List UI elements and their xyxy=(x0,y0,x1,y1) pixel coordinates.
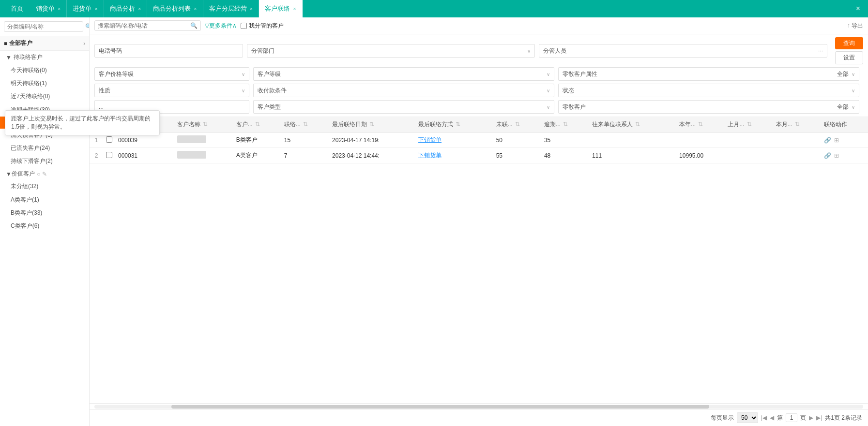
sort-name-icon[interactable]: ⇅ xyxy=(203,121,208,128)
sort-cust-type-icon[interactable]: ⇅ xyxy=(255,121,260,128)
filter-payment[interactable]: 收付款条件 ∨ xyxy=(253,84,554,97)
cust-type-arrow: ∨ xyxy=(547,104,550,110)
col-contact-count: 联络... ⇅ xyxy=(281,117,329,132)
row-1-last-month xyxy=(725,132,773,148)
sort-contact-count-icon[interactable]: ⇅ xyxy=(303,121,308,128)
close-customer-contact-tab[interactable]: × xyxy=(293,6,296,12)
sidebar-item-ungrouped[interactable]: 未分组(32) xyxy=(0,180,89,193)
next-page-button[interactable]: ▶ xyxy=(809,414,813,421)
chevron-up-icon: ∧ xyxy=(232,22,237,29)
my-customers-checkbox[interactable]: 我分管的客户 xyxy=(241,22,284,30)
row-2-contact-count: 7 xyxy=(281,148,329,163)
first-page-button[interactable]: |◀ xyxy=(761,414,767,421)
sort-method-icon[interactable]: ⇅ xyxy=(456,121,460,128)
scrollbar-thumb xyxy=(171,405,710,409)
row-1-select[interactable] xyxy=(106,136,112,143)
sort-this-month-icon[interactable]: ⇅ xyxy=(795,121,800,128)
my-customers-check[interactable] xyxy=(241,23,247,29)
sidebar-item-churned[interactable]: 已流失客户(24) xyxy=(0,142,89,155)
last-page-button[interactable]: ▶| xyxy=(816,414,822,421)
sort-date-icon[interactable]: ⇅ xyxy=(369,121,374,128)
sort-contact-person-icon[interactable]: ⇅ xyxy=(635,121,640,128)
value-settings-icon[interactable]: ✎ xyxy=(42,171,47,177)
sidebar-value-group[interactable]: ▼ 价值客户 ○ ✎ xyxy=(0,168,89,180)
sort-overdue-icon[interactable]: ⇅ xyxy=(563,121,568,128)
per-page-select[interactable]: 50 xyxy=(737,412,758,423)
sidebar: 🔍 ■ 全部客户 › ▼ 待联络客户 今天待联络(0) 明天待联络(1) 近7天… xyxy=(0,17,90,426)
sidebar-item-declining[interactable]: 持续下滑客户(2) xyxy=(0,155,89,168)
close-analysis-tab[interactable]: × xyxy=(138,6,141,12)
col-last-month: 上月... ⇅ xyxy=(725,117,773,132)
total-label: 共1页 2条记录 xyxy=(825,414,862,422)
retail-cust-arrow: ∨ xyxy=(852,104,855,110)
row-1-last-method[interactable]: 下销货单 xyxy=(415,132,493,148)
export-button[interactable]: ↑ 导出 xyxy=(847,22,863,30)
price-grade-arrow: ∨ xyxy=(242,72,245,77)
row-2-code: 000031 xyxy=(115,148,174,163)
pending-arrow: ▼ xyxy=(6,54,12,61)
row-2-name-blur xyxy=(177,151,206,159)
row-2-last-method[interactable]: 下销货单 xyxy=(415,148,493,163)
more-filter-button[interactable]: ▽ 更多条件 ∧ xyxy=(205,22,237,30)
nav-tab-purchase[interactable]: 进货单 × xyxy=(67,0,104,17)
sort-last-month-icon[interactable]: ⇅ xyxy=(747,121,752,128)
sidebar-search-icon[interactable]: 🔍 xyxy=(85,23,90,30)
filter-phone[interactable]: 电话号码 xyxy=(94,44,243,58)
sort-not-contacted-icon[interactable]: ⇅ xyxy=(515,121,520,128)
current-page[interactable]: 1 xyxy=(786,413,797,422)
filter-customer-grade[interactable]: 客户等级 ∨ xyxy=(253,67,554,81)
row-2-checkbox[interactable] xyxy=(103,148,115,163)
sidebar-item-c-class[interactable]: C类客户(6) xyxy=(0,220,89,233)
nav-tab-customer-contact[interactable]: 客户联络 × xyxy=(259,0,302,17)
row-2-select[interactable] xyxy=(106,152,112,158)
sidebar-search-input[interactable] xyxy=(4,21,83,32)
filter-department[interactable]: 分管部门 ∨ xyxy=(247,44,535,58)
search-box-icon[interactable]: 🔍 xyxy=(190,22,198,29)
collapse-icon: ■ xyxy=(4,40,7,47)
value-edit-icon[interactable]: ○ xyxy=(37,171,40,177)
sidebar-item-a-class[interactable]: A类客户(1) xyxy=(0,193,89,206)
sidebar-item-today[interactable]: 今天待联络(0) xyxy=(0,64,89,77)
sidebar-item-b-class[interactable]: B类客户(33) xyxy=(0,206,89,220)
sort-this-year-icon[interactable]: ⇅ xyxy=(698,121,703,128)
col-contact-person: 往来单位联系人 ⇅ xyxy=(589,117,676,132)
customer-search-input[interactable] xyxy=(98,22,190,29)
close-sales-tab[interactable]: × xyxy=(58,6,61,12)
table-area[interactable]: ⚙ 客户编码 ⇅ 客户名称 ⇅ xyxy=(90,117,868,403)
nav-tab-analysis[interactable]: 商品分析 × xyxy=(104,0,147,17)
row-1-grid-icon[interactable]: ⊞ xyxy=(834,137,839,144)
sidebar-group-pending[interactable]: ▼ 待联络客户 xyxy=(0,51,89,64)
filter-price-grade[interactable]: 客户价格等级 ∨ xyxy=(94,67,249,81)
close-analysis-list-tab[interactable]: × xyxy=(194,6,197,12)
col-last-contact-method: 最后联络方式 ⇅ xyxy=(415,117,493,132)
filter-retail-customer[interactable]: 零散客户 全部 ∨ xyxy=(558,100,859,114)
nav-home[interactable]: 首页 xyxy=(4,4,30,13)
filter-gender[interactable]: 性质 ∨ xyxy=(94,84,249,97)
nav-tab-customer-tier[interactable]: 客户分层经营 × xyxy=(203,0,259,17)
query-button[interactable]: 查询 xyxy=(835,37,863,49)
row-2-link-icon[interactable]: 🔗 xyxy=(824,152,831,159)
window-close-button[interactable]: × xyxy=(852,4,864,13)
sidebar-item-7days[interactable]: 近7天待联络(0) xyxy=(0,90,89,103)
close-purchase-tab[interactable]: × xyxy=(94,6,97,12)
sidebar-item-tomorrow[interactable]: 明天待联络(1) xyxy=(0,77,89,90)
sidebar-all-customers[interactable]: ■ 全部客户 › xyxy=(0,36,89,51)
nav-tab-sales[interactable]: 销货单 × xyxy=(30,0,67,17)
prev-page-button[interactable]: ◀ xyxy=(770,414,774,421)
row-2-grid-icon[interactable]: ⊞ xyxy=(834,152,839,159)
filter-manager[interactable]: 分管人员 ··· xyxy=(539,44,827,58)
sidebar-collapse-right[interactable]: › xyxy=(83,40,85,47)
row-1-not-contacted: 50 xyxy=(493,132,541,148)
filter-customer-type[interactable]: 客户类型 ∨ xyxy=(253,100,554,114)
row-1-link-icon[interactable]: 🔗 xyxy=(824,137,831,144)
horizontal-scrollbar[interactable] xyxy=(94,405,863,409)
close-customer-tier-tab[interactable]: × xyxy=(250,6,253,12)
filter-status[interactable]: 状态 ∨ xyxy=(558,84,859,97)
table-header-row: ⚙ 客户编码 ⇅ 客户名称 ⇅ xyxy=(90,117,868,132)
filter-retail-attr[interactable]: 零散客户属性 全部 ∨ xyxy=(558,67,859,81)
row-2-this-month xyxy=(773,148,821,163)
col-overdue: 逾期... ⇅ xyxy=(541,117,589,132)
settings-button[interactable]: 设置 xyxy=(835,51,863,64)
filter-action-buttons: 查询 设置 xyxy=(835,37,863,64)
nav-tab-analysis-list[interactable]: 商品分析列表 × xyxy=(147,0,203,17)
